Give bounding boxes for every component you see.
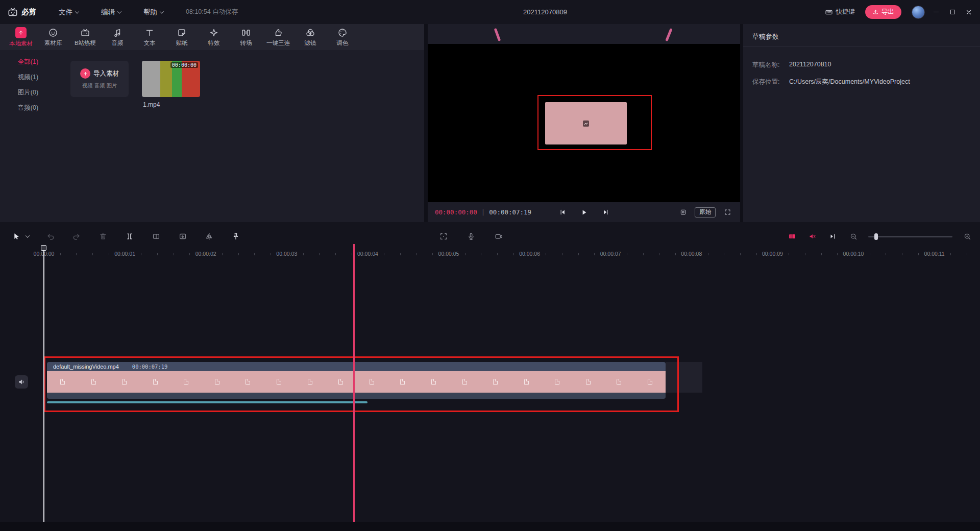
draft-name-value: 202112070810 bbox=[789, 61, 831, 69]
fit-frame-button[interactable] bbox=[677, 207, 689, 218]
category-audio[interactable]: 音频(0) bbox=[0, 100, 56, 115]
record-video-button[interactable] bbox=[493, 231, 504, 242]
fullscreen-button[interactable] bbox=[722, 207, 733, 218]
category-image[interactable]: 图片(0) bbox=[0, 85, 56, 100]
media-tab-audio[interactable]: 音频 bbox=[104, 28, 131, 47]
undo-button[interactable] bbox=[44, 231, 56, 242]
tv-icon bbox=[80, 28, 90, 38]
menu-file[interactable]: 文件 bbox=[59, 8, 79, 17]
music-note-icon bbox=[112, 28, 122, 38]
next-frame-button[interactable] bbox=[600, 207, 611, 218]
category-video[interactable]: 视频(1) bbox=[0, 69, 56, 85]
media-tab-triple-action[interactable]: 一键三连 bbox=[264, 28, 292, 47]
audio-toggle-button[interactable] bbox=[807, 231, 818, 242]
ruler-label: 00:00:02 bbox=[195, 251, 216, 257]
split-button[interactable] bbox=[124, 231, 135, 242]
zoom-slider-handle[interactable] bbox=[874, 233, 878, 240]
ruler-tick bbox=[886, 253, 886, 255]
media-item-thumbnail[interactable]: 00:00:00 bbox=[142, 61, 200, 97]
ruler-tick bbox=[400, 253, 401, 255]
timeline: 00:00:0000:00:0100:00:0200:00:0300:00:04… bbox=[0, 222, 980, 531]
record-audio-button[interactable] bbox=[465, 231, 477, 242]
timeline-scrollbar[interactable] bbox=[0, 522, 980, 531]
preview-stage[interactable] bbox=[428, 44, 740, 202]
transition-icon bbox=[241, 28, 251, 38]
fit-timeline-button[interactable] bbox=[438, 231, 449, 242]
media-tab-sticker[interactable]: 贴纸 bbox=[168, 28, 195, 47]
ruler-tick bbox=[967, 253, 967, 255]
ruler-tick bbox=[659, 253, 659, 255]
ruler-tick bbox=[416, 253, 417, 255]
mirror-button[interactable] bbox=[204, 231, 215, 242]
previous-frame-button[interactable] bbox=[557, 207, 568, 218]
playhead[interactable] bbox=[43, 250, 44, 522]
media-tab-text[interactable]: 文本 bbox=[136, 28, 163, 47]
skip-back-icon bbox=[559, 208, 567, 216]
ruler-label: 00:00:01 bbox=[114, 251, 135, 257]
ruler-tick bbox=[789, 253, 789, 255]
close-button[interactable] bbox=[964, 7, 974, 17]
select-tool-button[interactable] bbox=[11, 232, 29, 241]
menu-edit[interactable]: 编辑 bbox=[101, 8, 121, 17]
ruler-tick bbox=[546, 253, 546, 255]
menu-file-label: 文件 bbox=[59, 8, 72, 17]
filmstrip-icon bbox=[788, 232, 797, 241]
track-mute-button[interactable] bbox=[15, 375, 28, 389]
timeline-ruler[interactable]: 00:00:0000:00:0100:00:0200:00:0300:00:04… bbox=[0, 249, 980, 261]
project-title: 202112070809 bbox=[523, 0, 567, 24]
menu-help[interactable]: 帮助 bbox=[143, 8, 163, 17]
app-logo-icon bbox=[7, 7, 18, 18]
shortcuts-button[interactable]: 快捷键 bbox=[825, 8, 855, 16]
maximize-button[interactable] bbox=[947, 7, 958, 17]
media-tab-transitions[interactable]: 转场 bbox=[232, 28, 260, 47]
microphone-icon bbox=[467, 232, 476, 241]
ruler-tick bbox=[465, 253, 465, 255]
media-tab-bilibili-memes[interactable]: B站热梗 bbox=[71, 28, 99, 47]
ruler-label: 00:00:11 bbox=[924, 251, 945, 257]
ruler-tick bbox=[254, 253, 255, 255]
trash-icon bbox=[99, 232, 108, 241]
snap-toggle-button[interactable] bbox=[827, 231, 839, 242]
divider bbox=[743, 46, 980, 47]
sparkle-icon bbox=[209, 28, 219, 38]
media-category-list: 全部(1) 视频(1) 图片(0) 音频(0) bbox=[0, 50, 56, 222]
ruler-tick bbox=[319, 253, 320, 255]
redo-button[interactable] bbox=[71, 231, 82, 242]
import-media-button[interactable]: 导入素材 视频 音频 图片 bbox=[70, 61, 129, 97]
play-button[interactable] bbox=[578, 207, 590, 218]
category-all[interactable]: 全部(1) bbox=[0, 54, 56, 69]
pin-button[interactable] bbox=[230, 231, 241, 242]
media-tab-effects[interactable]: 特效 bbox=[200, 28, 228, 47]
thumbnail-toggle-button[interactable] bbox=[787, 231, 798, 242]
media-tab-local[interactable]: 本地素材 bbox=[7, 27, 35, 47]
delete-button[interactable] bbox=[97, 231, 109, 242]
ruler-tick bbox=[675, 253, 676, 255]
preview-controls: 00:00:00:00 | 00:00:07:19 原始 bbox=[428, 202, 740, 222]
media-tab-filters[interactable]: 滤镜 bbox=[297, 28, 324, 47]
zoom-out-button[interactable] bbox=[848, 231, 859, 242]
zoom-slider[interactable] bbox=[868, 232, 952, 241]
user-avatar[interactable] bbox=[912, 6, 925, 19]
export-button[interactable]: 导出 bbox=[865, 5, 901, 19]
media-tab-color[interactable]: 调色 bbox=[329, 28, 356, 47]
fit-icon bbox=[439, 232, 448, 241]
zoom-in-button[interactable] bbox=[962, 231, 973, 242]
mirror-icon bbox=[205, 232, 214, 241]
preview-panel: 00:00:00:00 | 00:00:07:19 原始 bbox=[428, 24, 740, 222]
split-icon bbox=[125, 232, 134, 241]
sticker-icon bbox=[177, 28, 187, 38]
annotation-stroke-left bbox=[494, 28, 501, 41]
original-size-button[interactable]: 原始 bbox=[695, 207, 716, 218]
text-icon bbox=[144, 28, 155, 38]
pip-button[interactable] bbox=[177, 231, 188, 242]
ruler-tick bbox=[76, 253, 77, 255]
snap-icon bbox=[828, 232, 838, 241]
fullscreen-icon bbox=[724, 208, 731, 216]
media-tab-library[interactable]: 素材库 bbox=[39, 28, 67, 47]
freeze-frame-button[interactable] bbox=[151, 231, 162, 242]
ruler-tick bbox=[157, 253, 158, 255]
minimize-button[interactable] bbox=[931, 7, 941, 17]
ruler-tick bbox=[174, 253, 174, 255]
app-window: 必剪 文件 编辑 帮助 08:10:54 自动保存 202112070809 快… bbox=[0, 0, 980, 531]
ruler-label: 00:00:10 bbox=[843, 251, 864, 257]
